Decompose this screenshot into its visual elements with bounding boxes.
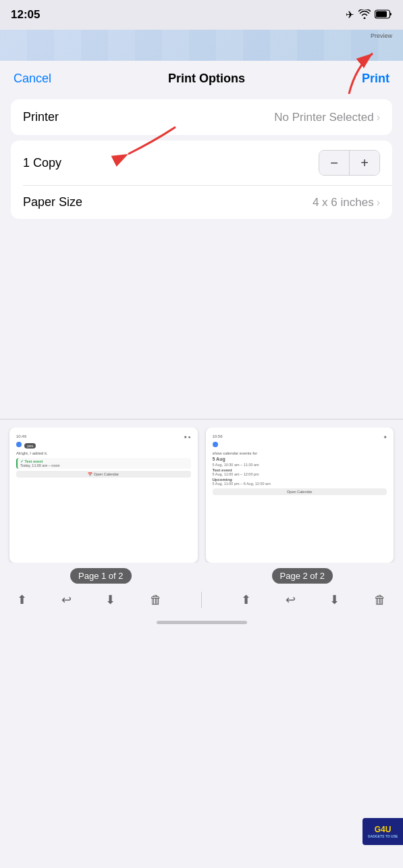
print-button[interactable]: Print	[362, 72, 389, 86]
svg-rect-1	[376, 11, 387, 17]
printer-label: Printer	[23, 110, 59, 124]
page-1-label: Page 1 of 2	[70, 568, 132, 584]
printer-value: No Printer Selected ›	[274, 111, 380, 124]
preview-area: 10:49 ★ ● yes Alright, I added it. ✓ Tes…	[0, 419, 403, 611]
status-icons: ✈	[346, 9, 392, 21]
printer-card: Printer No Printer Selected ›	[11, 99, 392, 135]
sheet-header: Cancel Print Options Print	[0, 61, 403, 94]
preview-pages: 10:49 ★ ● yes Alright, I added it. ✓ Tes…	[0, 428, 403, 563]
cancel-button[interactable]: Cancel	[14, 72, 51, 86]
wifi-icon	[358, 9, 371, 21]
page-1-preview[interactable]: 10:49 ★ ● yes Alright, I added it. ✓ Tes…	[9, 428, 198, 563]
airplane-icon: ✈	[346, 9, 354, 21]
paper-size-row[interactable]: Paper Size 4 x 6 inches ›	[11, 186, 392, 219]
print-options-sheet: Cancel Print Options Print Printer No Pr…	[0, 61, 403, 611]
copy-stepper: − +	[319, 150, 380, 176]
status-bar: 12:05 ✈	[0, 0, 403, 30]
home-indicator	[0, 611, 403, 634]
no-printer-text: No Printer Selected	[274, 111, 373, 124]
copy-paper-card: 1 Copy − + Paper Size 4 x 6 inches ›	[11, 141, 392, 219]
background-preview: Preview	[0, 30, 403, 61]
download-icon-1[interactable]: ⬇	[105, 592, 115, 607]
trash-icon-1[interactable]: 🗑	[150, 593, 162, 607]
share-icon-2[interactable]: ⬆	[241, 592, 251, 607]
page-2-label: Page 2 of 2	[272, 568, 333, 584]
empty-area	[0, 224, 403, 413]
printer-row[interactable]: Printer No Printer Selected ›	[11, 99, 392, 135]
watermark: G4U GADGETS TO USE	[362, 818, 403, 845]
printer-chevron: ›	[377, 111, 380, 124]
paper-size-value: 4 x 6 inches ›	[313, 196, 380, 209]
copy-label: 1 Copy	[23, 156, 61, 170]
page1-content: 10:49 ★ ● yes Alright, I added it. ✓ Tes…	[15, 433, 192, 479]
page-toolbar: ⬆ ↩ ⬇ 🗑 ⬆ ↩ ⬇ 🗑	[0, 586, 403, 611]
copy-row: 1 Copy − +	[11, 141, 392, 185]
watermark-text: G4U GADGETS TO USE	[368, 825, 398, 838]
increase-copy-button[interactable]: +	[350, 151, 379, 175]
paper-size-chevron: ›	[377, 197, 380, 209]
home-bar	[157, 621, 247, 624]
download-icon-2[interactable]: ⬇	[329, 592, 340, 607]
battery-icon	[375, 9, 392, 21]
rotate-icon-1[interactable]: ↩	[61, 592, 72, 607]
paper-size-text: 4 x 6 inches	[313, 196, 374, 209]
page-2-preview[interactable]: 10:56 ★ show calendar events for 5 Aug 5…	[206, 428, 394, 563]
rotate-icon-2[interactable]: ↩	[286, 592, 296, 607]
trash-icon-2[interactable]: 🗑	[374, 593, 386, 607]
decrease-copy-button[interactable]: −	[319, 151, 349, 175]
sheet-title: Print Options	[168, 72, 245, 86]
page-labels: Page 1 of 2 Page 2 of 2	[0, 563, 403, 586]
paper-size-label: Paper Size	[23, 195, 82, 209]
share-icon-1[interactable]: ⬆	[17, 592, 27, 607]
page2-content: 10:56 ★ show calendar events for 5 Aug 5…	[211, 433, 389, 496]
status-time: 12:05	[11, 8, 40, 22]
